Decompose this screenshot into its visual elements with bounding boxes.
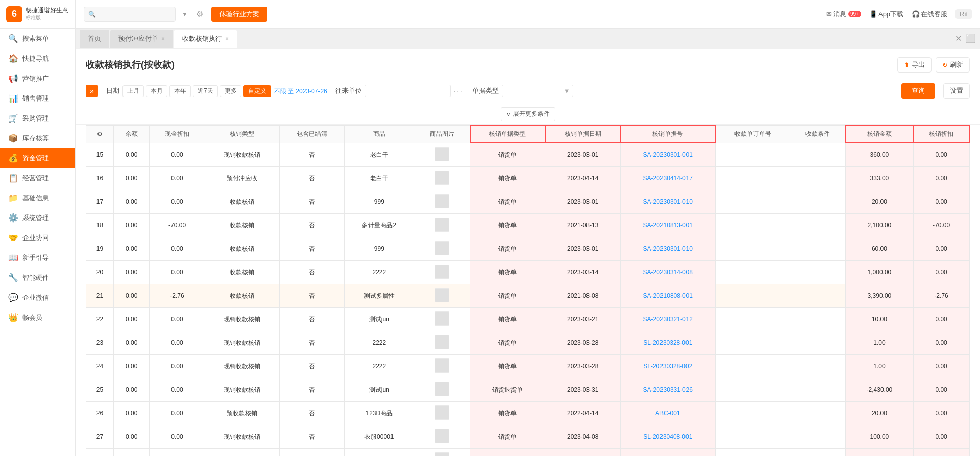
sidebar-icon-system: ⚙️	[8, 213, 18, 223]
cell-cancel_bill_no[interactable]: SA-20230414-017	[620, 166, 715, 190]
topbar-search-box[interactable]: 🔍	[84, 7, 176, 22]
sidebar-item-guide[interactable]: 📖新手引导	[0, 248, 75, 268]
bill-no-link[interactable]: SA-20230321-012	[643, 316, 693, 323]
sidebar-label-search: 搜索菜单	[22, 34, 49, 43]
tab-home[interactable]: 首页	[80, 30, 109, 48]
date-more-btn[interactable]: 更多	[220, 85, 241, 97]
date-7days-btn[interactable]: 近7天	[193, 85, 218, 97]
refresh-btn[interactable]: ↻ 刷新	[936, 57, 970, 73]
cell-cash_discount: 0.00	[150, 190, 205, 213]
date-last-month-btn[interactable]: 上月	[122, 85, 144, 97]
sidebar-item-collab[interactable]: 🤝企业协同	[0, 228, 75, 248]
topbar-dropdown[interactable]: ▼	[182, 11, 188, 18]
cell-cancel_bill_no[interactable]: SA-20230301-001	[620, 143, 715, 166]
cell-goods: 2222	[344, 448, 414, 456]
col-header-balance: 余额	[113, 125, 150, 143]
cell-cancel_discount: 0.00	[913, 425, 969, 448]
cell-receipt_order_no	[715, 448, 790, 456]
cell-cancel_bill_no[interactable]: SL-20230328-001	[620, 331, 715, 354]
tab-close-prepaid[interactable]: ×	[161, 35, 165, 42]
cell-cancel_amount: 1.00	[846, 331, 913, 354]
sidebar-item-sales[interactable]: 📊销售管理	[0, 88, 75, 108]
sidebar-item-finance[interactable]: 💰资金管理	[0, 148, 75, 168]
cell-cancel_bill_no[interactable]: SA-20230301-010	[620, 190, 715, 213]
bill-no-link[interactable]: SL-20230328-001	[643, 339, 692, 346]
tab-collection[interactable]: 收款核销执行×	[174, 30, 237, 48]
expand-more-btn[interactable]: ∨ 展开更多条件	[501, 107, 555, 121]
sidebar-item-basic[interactable]: 📁基础信息	[0, 188, 75, 208]
bill-no-link[interactable]: SA-20230331-026	[643, 386, 693, 393]
bill-no-link[interactable]: SL-20230408-001	[643, 433, 692, 440]
filter-expand-btn[interactable]: »	[86, 85, 98, 97]
dropdown-arrow: ▼	[182, 11, 188, 18]
bill-no-link[interactable]: SA-20230301-010	[643, 198, 693, 205]
cell-cancel_discount: 0.00	[913, 448, 969, 456]
cell-cancel_bill_no[interactable]: ABC-001	[620, 401, 715, 425]
filter-settings-btn[interactable]: 设置	[943, 83, 970, 99]
tab-prepaid[interactable]: 预付冲应付单×	[110, 30, 173, 48]
bill-no-link[interactable]: SA-20210808-001	[643, 292, 693, 299]
date-this-month-btn[interactable]: 本月	[146, 85, 167, 97]
sidebar-item-system[interactable]: ⚙️系统管理	[0, 208, 75, 228]
settings-icon[interactable]: ⚙	[194, 7, 205, 21]
bill-no-link[interactable]: SA-20230301-010	[643, 245, 693, 252]
export-btn[interactable]: ⬆ 导出	[897, 57, 932, 73]
sidebar-item-search[interactable]: 🔍搜索菜单	[0, 29, 75, 49]
cell-cancel_bill_type: 销货单	[470, 260, 545, 284]
sidebar-item-quick-nav[interactable]: 🏠快捷导航	[0, 49, 75, 68]
service-link[interactable]: 🎧 在线客服	[912, 10, 947, 19]
sidebar-label-quick-nav: 快捷导航	[22, 54, 49, 63]
cell-cancel_bill_no[interactable]: SL-20230328-002	[620, 354, 715, 378]
app-download-link[interactable]: 📱 App下载	[869, 10, 903, 19]
date-custom-btn[interactable]: 自定义	[243, 85, 271, 97]
close-window-icon[interactable]: ✕	[955, 34, 962, 43]
sidebar-item-member[interactable]: 👑畅会员	[0, 307, 75, 327]
bill-no-link[interactable]: SA-20230301-001	[643, 151, 693, 158]
cell-cancel_bill_no[interactable]: SA-20210808-001	[620, 284, 715, 307]
bill-no-link[interactable]: ABC-001	[655, 410, 680, 417]
sidebar-item-wechat[interactable]: 💬企业微信	[0, 287, 75, 307]
cell-cancel_type: 收款核销	[205, 284, 279, 307]
restore-icon[interactable]: ⬜	[966, 34, 976, 43]
sidebar-item-marketing[interactable]: 📢营销推广	[0, 68, 75, 88]
cell-cancel_bill_no[interactable]: SA-20230331-026	[620, 378, 715, 401]
logo-text: 畅捷通谱好生意	[26, 7, 68, 15]
table-row: 280.000.00现销收款核销否2222销货单2023-04-18SL-202…	[86, 448, 970, 456]
industry-btn[interactable]: 休验行业方案	[211, 7, 267, 22]
counterpart-dots[interactable]: ···	[454, 87, 464, 95]
sidebar-item-operations[interactable]: 📋经营管理	[0, 168, 75, 188]
query-btn[interactable]: 查询	[901, 83, 935, 99]
bill-no-link[interactable]: SA-20230314-008	[643, 269, 693, 276]
sidebar: 6 畅捷通谱好生意 标准版 🔍搜索菜单🏠快捷导航📢营销推广📊销售管理🛒采购管理📦…	[0, 0, 76, 456]
tab-label-collection: 收款核销执行	[182, 34, 222, 43]
cell-cash_discount: 0.00	[150, 260, 205, 284]
cell-cancel_bill_no[interactable]: SL-20230418-001	[620, 448, 715, 456]
bill-no-link[interactable]: SA-20230414-017	[643, 175, 693, 182]
tab-close-collection[interactable]: ×	[225, 35, 229, 42]
cell-cancel_bill_no[interactable]: SA-20230314-008	[620, 260, 715, 284]
user-label[interactable]: Rit	[955, 9, 972, 19]
cell-cancel_bill_no[interactable]: SL-20230408-001	[620, 425, 715, 448]
receipt-type-select[interactable]	[502, 85, 573, 97]
cell-goods_img	[414, 448, 470, 456]
cell-cancel_bill_date: 2023-03-14	[545, 260, 620, 284]
cell-goods: 测试jun	[344, 307, 414, 331]
sidebar-item-purchase[interactable]: 🛒采购管理	[0, 108, 75, 128]
cell-cancel_discount: 0.00	[913, 190, 969, 213]
cell-row_num: 25	[86, 378, 114, 401]
bill-no-link[interactable]: SA-20210813-001	[643, 222, 693, 229]
bill-no-link[interactable]: SL-20230328-002	[643, 363, 692, 370]
counterpart-input[interactable]	[365, 85, 451, 97]
cell-cancel_type: 现销收款核销	[205, 378, 279, 401]
date-this-year-btn[interactable]: 本年	[169, 85, 191, 97]
cell-cancel_bill_no[interactable]: SA-20230321-012	[620, 307, 715, 331]
sidebar-item-hardware[interactable]: 🔧智能硬件	[0, 268, 75, 287]
messages-link[interactable]: ✉ 消息 99+	[826, 10, 861, 19]
cell-cancel_bill_no[interactable]: SA-20230301-010	[620, 237, 715, 260]
cell-cancel_bill_no[interactable]: SA-20210813-001	[620, 213, 715, 237]
cell-cancel_type: 预付冲应收	[205, 166, 279, 190]
sidebar-item-inventory[interactable]: 📦库存核算	[0, 128, 75, 148]
cell-cancel_bill_date: 2023-04-08	[545, 425, 620, 448]
sidebar-icon-collab: 🤝	[8, 233, 18, 243]
cell-receipt_condition	[790, 448, 846, 456]
